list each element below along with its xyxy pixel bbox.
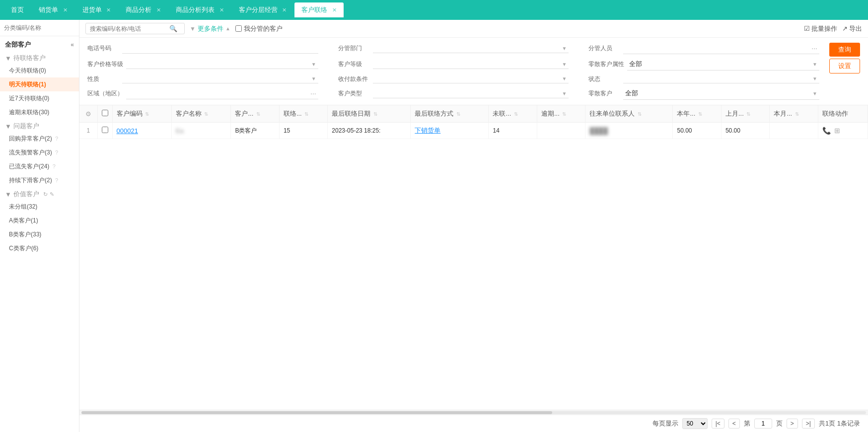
nav-analysis[interactable]: 商品分析 ✕ xyxy=(119,2,168,17)
action-grid-icon[interactable]: ⊞ xyxy=(834,127,840,135)
phone-input[interactable] xyxy=(122,43,318,54)
horizontal-scrollbar[interactable] xyxy=(79,410,868,415)
content-area: 🔍 ▼ 更多条件 ▲ 我分管的客户 ☑ 批量操作 ↗ 导出 xyxy=(79,20,868,432)
per-page-select[interactable]: 50 10 20 100 xyxy=(682,418,708,429)
table-col-last-method[interactable]: 最后联络方式 ⇅ xyxy=(411,105,489,123)
row-last-month: 50.00 xyxy=(721,123,769,139)
table-col-checkbox[interactable] xyxy=(97,105,112,123)
close-analysis-list-icon[interactable]: ✕ xyxy=(219,7,224,13)
grade-select[interactable]: ▼ xyxy=(373,60,569,69)
table-col-this-month[interactable]: 本月... ⇅ xyxy=(770,105,818,123)
table-col-code[interactable]: 客户编码 ⇅ xyxy=(112,105,171,123)
select-all-checkbox[interactable] xyxy=(102,110,108,116)
table-col-last-month[interactable]: 上月... ⇅ xyxy=(721,105,769,123)
filter-more-btn[interactable]: ▼ 更多条件 ▲ xyxy=(190,24,230,33)
close-analysis-icon[interactable]: ✕ xyxy=(156,7,161,13)
customer-type-select[interactable]: ▼ xyxy=(373,89,569,98)
status-select[interactable]: ▼ xyxy=(623,74,819,83)
last-method-link[interactable]: 下销货单 xyxy=(415,127,440,134)
table-col-contact-person[interactable]: 往来单位联系人 ⇅ xyxy=(585,105,673,123)
close-sales-icon[interactable]: ✕ xyxy=(63,7,68,13)
table-col-last-date[interactable]: 最后联络日期 ⇅ xyxy=(328,105,411,123)
scatter-customer-select[interactable]: 全部 ▼ xyxy=(623,87,819,100)
filter-field-scatter-customer: 零散客户 全部 ▼ xyxy=(588,87,819,100)
table-col-name[interactable]: 客户名称 ⇅ xyxy=(171,105,230,123)
nature-select[interactable]: ▼ xyxy=(122,74,318,83)
export-btn[interactable]: ↗ 导出 xyxy=(842,24,862,33)
table-col-uncontacted[interactable]: 未联... ⇅ xyxy=(489,105,537,123)
dept-select[interactable]: ▼ xyxy=(373,44,569,53)
page-input[interactable] xyxy=(754,419,772,429)
my-customers-checkbox[interactable] xyxy=(235,25,242,32)
close-stratification-icon[interactable]: ✕ xyxy=(282,7,287,13)
sidebar-item-lost[interactable]: 已流失客户(24) ? xyxy=(0,159,79,173)
help-icon-4: ? xyxy=(55,177,58,183)
sidebar-item-ungrouped[interactable]: 未分组(32) xyxy=(0,200,79,214)
nav-home[interactable]: 首页 xyxy=(4,2,31,17)
filter-row-3: 性质 ▼ 收付款条件 ▼ xyxy=(87,74,819,83)
query-btn[interactable]: 查询 xyxy=(829,43,860,57)
first-page-btn[interactable]: |< xyxy=(712,419,724,429)
nav-analysis-list[interactable]: 商品分析列表 ✕ xyxy=(169,2,231,17)
code-link[interactable]: 000021 xyxy=(117,127,138,135)
filter-search-icon[interactable]: 🔍 xyxy=(169,25,177,32)
sidebar-item-today[interactable]: 今天待联络(0) xyxy=(0,64,79,77)
phone-label: 电话号码 xyxy=(87,44,122,53)
prev-page-btn[interactable]: < xyxy=(728,419,740,429)
close-purchase-icon[interactable]: ✕ xyxy=(106,7,111,13)
sidebar-item-abnormal[interactable]: 回购异常客户(2) ? xyxy=(0,132,79,145)
payment-select[interactable]: ▼ xyxy=(373,74,569,83)
grade-label: 客户等级 xyxy=(338,60,373,69)
table-body: 1 000021 Ea B类客户 15 2023-05-23 18:25: xyxy=(79,123,868,139)
top-nav: 首页 销货单 ✕ 进货单 ✕ 商品分析 ✕ 商品分析列表 ✕ 客户分层经营 ✕ … xyxy=(0,0,868,20)
region-dotdot[interactable]: ··· xyxy=(310,89,316,97)
sidebar-all-customers[interactable]: 全部客户 « xyxy=(0,36,79,51)
advanced-filter: 电话号码 分管部门 ▼ 分管人员 xyxy=(79,38,868,105)
sidebar-item-class-c[interactable]: C类客户(6) xyxy=(0,241,79,255)
col-contact-person-label: 往来单位联系人 xyxy=(589,110,635,117)
row-checkbox[interactable] xyxy=(102,127,108,133)
refresh-icon[interactable]: ↻ xyxy=(43,191,48,198)
action-call-icon[interactable]: 📞 xyxy=(822,127,831,135)
settings-btn[interactable]: 设置 xyxy=(829,59,860,73)
row-name[interactable]: Ea xyxy=(171,123,230,139)
edit-icon[interactable]: ✎ xyxy=(50,191,54,198)
row-checkbox-cell[interactable] xyxy=(97,123,112,139)
sidebar-item-warning[interactable]: 流失预警客户(3) ? xyxy=(0,145,79,159)
nav-sales[interactable]: 销货单 ✕ xyxy=(32,2,74,17)
close-contact-icon[interactable]: ✕ xyxy=(332,7,337,13)
last-page-btn[interactable]: >| xyxy=(802,419,815,429)
export-label: 导出 xyxy=(849,24,862,33)
nav-customer-stratification[interactable]: 客户分层经营 ✕ xyxy=(232,2,294,17)
table-col-contact-count[interactable]: 联络... ⇅ xyxy=(279,105,327,123)
sidebar-item-7days[interactable]: 近7天待联络(0) xyxy=(0,91,79,105)
nav-customer-contact[interactable]: 客户联络 ✕ xyxy=(294,2,344,17)
col-last-method-label: 最后联络方式 xyxy=(415,110,453,117)
sort-icon-od: ⇅ xyxy=(562,111,566,117)
sidebar-search-input[interactable] xyxy=(4,24,78,31)
table-col-overdue[interactable]: 逾期... ⇅ xyxy=(537,105,585,123)
batch-operations-btn[interactable]: ☑ 批量操作 xyxy=(804,24,837,33)
my-customers-checkbox-label[interactable]: 我分管的客户 xyxy=(235,24,283,33)
row-code[interactable]: 000021 xyxy=(112,123,171,139)
price-level-select[interactable]: ▼ xyxy=(126,60,318,69)
filter-bar: 🔍 ▼ 更多条件 ▲ 我分管的客户 ☑ 批量操作 ↗ 导出 xyxy=(79,20,868,38)
person-dotdot[interactable]: ··· xyxy=(811,44,817,52)
collapse-icon[interactable]: « xyxy=(71,41,74,48)
sidebar-item-class-a[interactable]: A类客户(1) xyxy=(0,214,79,227)
sidebar-item-class-b[interactable]: B类客户(33) xyxy=(0,227,79,241)
sidebar-item-overdue[interactable]: 逾期未联络(30) xyxy=(0,105,79,119)
scatter-attr-select[interactable]: 全部 ▼ xyxy=(627,58,819,71)
filter-search-box: 🔍 xyxy=(85,23,185,34)
nav-purchase[interactable]: 进货单 ✕ xyxy=(75,2,118,17)
filter-search-input[interactable] xyxy=(90,25,169,32)
table-col-year-amount[interactable]: 本年... ⇅ xyxy=(673,105,721,123)
sidebar-item-declining[interactable]: 持续下滑客户(2) ? xyxy=(0,173,79,187)
sidebar-item-tomorrow[interactable]: 明天待联络(1) xyxy=(0,77,79,91)
gear-icon[interactable]: ⚙ xyxy=(85,110,91,118)
table-col-gear[interactable]: ⚙ xyxy=(79,105,97,123)
next-page-btn[interactable]: > xyxy=(787,419,798,429)
row-last-method[interactable]: 下销货单 xyxy=(411,123,489,139)
customer-type-caret: ▼ xyxy=(562,91,567,96)
table-col-type[interactable]: 客户... ⇅ xyxy=(231,105,279,123)
